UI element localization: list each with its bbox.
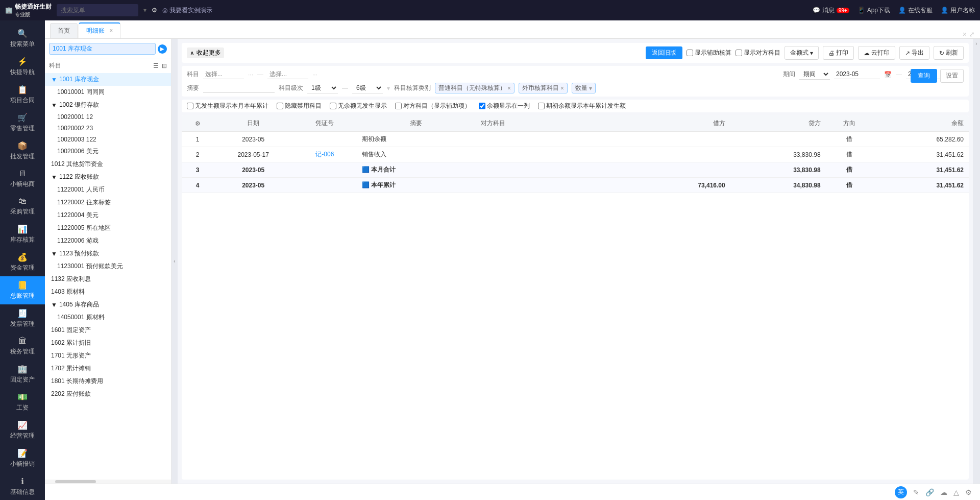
cb-contra[interactable] [395, 103, 402, 109]
cb-hidden-label[interactable]: 隐藏禁用科目 [277, 102, 322, 110]
window-close-btn[interactable]: × [963, 30, 967, 38]
export-btn[interactable]: ↗ 导出 [899, 46, 929, 60]
tree-item-2202[interactable]: 2202 应付账款 [45, 388, 171, 400]
cb-no-balance-label[interactable]: 无发生额显示本月本年累计 [187, 102, 268, 110]
period-start-input[interactable] [834, 69, 880, 79]
sidebar-item-funds[interactable]: 💰 资金管理 [0, 248, 45, 276]
table-row[interactable]: 22023-05-17记-006销售收入33,830.98借31,451.62 [182, 147, 969, 162]
tree-item-14050001[interactable]: 14050001 原材料 [45, 311, 171, 324]
tree-item-10010001[interactable]: 10010001 同同同 [45, 86, 171, 99]
cb-no-balance[interactable] [187, 103, 193, 109]
print-btn[interactable]: 🖨 打印 [823, 46, 854, 60]
cb-period-start[interactable] [538, 103, 545, 109]
edit-icon[interactable]: ✎ [913, 488, 919, 496]
tree-item-1601[interactable]: 1601 固定资产 [45, 324, 171, 337]
side-mini-right[interactable]: › [973, 39, 980, 484]
settings-icon[interactable]: ⚙ [152, 7, 157, 14]
tree-item-1132[interactable]: 1132 应收利息 [45, 273, 171, 285]
tree-item-1405[interactable]: ▼ 1405 库存商品 [45, 298, 171, 311]
tree-collapse-icon[interactable]: ⊟ [162, 62, 167, 69]
online-service-btn[interactable]: 👤 在线客服 [898, 6, 933, 15]
sidebar-item-ledger[interactable]: 📒 总账管理 [0, 276, 45, 304]
period-cal-icon[interactable]: 📅 [884, 71, 892, 78]
tree-item-1123[interactable]: ▼ 1123 预付账款 [45, 247, 171, 260]
left-panel-collapse-btn[interactable]: ‹ [172, 39, 178, 484]
demo-link[interactable]: ◎ 我要看实例演示 [162, 6, 212, 15]
tree-scrollbar[interactable] [45, 480, 171, 484]
user-avatar[interactable]: 👤 用户名称 [941, 6, 975, 15]
col-gear-header[interactable]: ⚙ [182, 115, 213, 132]
tree-item-1701[interactable]: 1701 无形资产 [45, 349, 171, 362]
refresh-btn[interactable]: ↻ 刷新 [934, 46, 964, 60]
tree-item-11220005[interactable]: 11220005 所在地区 [45, 222, 171, 234]
tab-ledger-detail[interactable]: 明细账 × [79, 22, 120, 38]
tree-item-10020002[interactable]: 10020002 23 [45, 123, 171, 134]
tree-item-1602[interactable]: 1602 累计折旧 [45, 337, 171, 349]
sidebar-item-search[interactable]: 🔍 搜索菜单 [0, 25, 45, 53]
tree-item-11220001[interactable]: 11220001 人民币 [45, 183, 171, 196]
cb-show-assist-label[interactable]: 显示辅助核算 [687, 49, 731, 57]
sidebar-item-wholesale[interactable]: 📦 批发管理 [0, 137, 45, 165]
gear-status-icon[interactable]: ⚙ [965, 488, 972, 496]
sidebar-item-payroll[interactable]: 💵 工资 [0, 388, 45, 416]
tab-close-icon[interactable]: × [109, 27, 113, 34]
sidebar-item-invoice[interactable]: 🧾 发票管理 [0, 304, 45, 332]
tree-item-1403[interactable]: 1403 原材料 [45, 285, 171, 298]
triangle-icon[interactable]: △ [953, 488, 959, 496]
row-voucher[interactable]: 记-006 [293, 147, 357, 162]
table-row[interactable]: 12023-05期初余额借65,282.60 [182, 132, 969, 147]
voucher-link[interactable]: 记-006 [315, 151, 334, 158]
link-icon[interactable]: 🔗 [925, 488, 934, 496]
tree-item-1001[interactable]: ▼ 1001 库存现金 [45, 73, 171, 86]
cb-show-contra[interactable] [736, 50, 742, 56]
app-download-btn[interactable]: 📱 App下载 [857, 6, 890, 15]
tree-item-1122[interactable]: ▼ 1122 应收账款 [45, 171, 171, 183]
tree-scroll-thumb[interactable] [55, 480, 96, 483]
tree-item-10020001[interactable]: 10020001 12 [45, 111, 171, 123]
return-old-version-btn[interactable]: 返回旧版 [646, 46, 682, 59]
cb-show-assist[interactable] [687, 50, 693, 56]
sidebar-item-purchase[interactable]: 🛍 采购管理 [0, 193, 45, 220]
tree-item-1002[interactable]: ▼ 1002 银行存款 [45, 99, 171, 111]
table-row[interactable]: 32023-05🟦 本月合计33,830.98借31,451.62 [182, 162, 969, 178]
tree-item-1702[interactable]: 1702 累计摊销 [45, 362, 171, 375]
expand-more-btn[interactable]: ∧ 收起更多 [187, 47, 224, 58]
sidebar-item-retail[interactable]: 🛒 零售管理 [0, 109, 45, 137]
sidebar-item-fixed-assets[interactable]: 🏢 固定资产 [0, 360, 45, 388]
summary-input[interactable] [203, 83, 275, 93]
tab-home[interactable]: 首页 [50, 23, 78, 38]
cb-no-balance2-label[interactable]: 无余额无发生显示 [330, 102, 387, 110]
sidebar-item-inventory[interactable]: 📊 库存核算 [0, 220, 45, 248]
sidebar-item-quick-nav[interactable]: ⚡ 快捷导航 [0, 53, 45, 81]
window-expand-btn[interactable]: ⤢ [969, 30, 975, 38]
tag2-remove-btn[interactable]: × [560, 85, 564, 92]
tree-item-10020006[interactable]: 10020006 美元 [45, 145, 171, 158]
tree-expand-all-icon[interactable]: ☰ [153, 62, 159, 69]
sidebar-item-project[interactable]: 📋 项目合同 [0, 81, 45, 109]
tree-item-1012[interactable]: 1012 其他货币资金 [45, 158, 171, 171]
tag3-dropdown-btn[interactable]: ▾ [589, 85, 592, 92]
tree-item-1801[interactable]: 1801 长期待摊费用 [45, 375, 171, 388]
cb-contra-label[interactable]: 对方科目（显示辅助项） [395, 102, 471, 110]
tree-item-11220002[interactable]: 11220002 往来标签 [45, 196, 171, 209]
query-btn[interactable]: 查询 [911, 69, 937, 83]
nav-arrow-btn[interactable]: ▶ [158, 44, 167, 54]
kemu-level-start-select[interactable]: 1级 [307, 83, 338, 93]
sidebar-item-expense[interactable]: 📝 小畅报销 [0, 444, 45, 472]
tree-item-11220004[interactable]: 11220004 美元 [45, 209, 171, 222]
tree-item-10020003[interactable]: 10020003 122 [45, 134, 171, 145]
cb-balance-col-label[interactable]: 余额显示在一列 [479, 102, 530, 110]
table-settings-icon[interactable]: ⚙ [195, 120, 201, 127]
kemu-start-input[interactable] [203, 69, 244, 79]
filter-settings-btn[interactable]: 设置 [940, 69, 964, 83]
kemu-end-input[interactable] [267, 69, 308, 79]
kemu-level-end-select[interactable]: 6级 [352, 83, 383, 93]
tree-item-11230001[interactable]: 11230001 预付账款美元 [45, 260, 171, 273]
cb-balance-col[interactable] [479, 103, 485, 109]
lang-btn[interactable]: 英 [895, 486, 907, 498]
sidebar-item-ecommerce[interactable]: 🖥 小畅电商 [0, 165, 45, 193]
cb-show-contra-label[interactable]: 显示对方科目 [736, 49, 780, 57]
sidebar-item-basic-info[interactable]: ℹ 基础信息 [0, 472, 45, 500]
sidebar-item-tax[interactable]: 🏛 税务管理 [0, 332, 45, 360]
cb-period-start-label[interactable]: 期初余额显示本年累计发生额 [538, 102, 626, 110]
